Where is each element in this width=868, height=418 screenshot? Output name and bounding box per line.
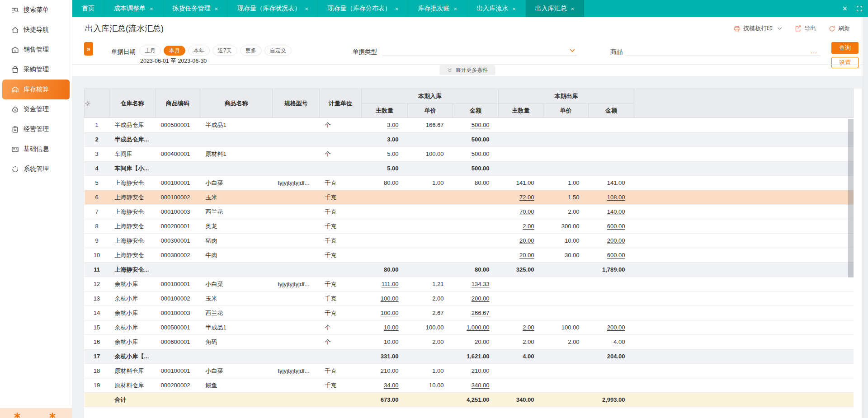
in-amount-cell-link[interactable]: 80.00 xyxy=(475,179,490,186)
more-options-icon[interactable]: ... xyxy=(811,47,817,55)
in-qty-cell-link[interactable]: 34.00 xyxy=(384,382,399,389)
table-row-16[interactable]: 16余杭小库000600001角码个10.002.0020.002.002.00… xyxy=(85,335,854,349)
table-row-4[interactable]: 4车间库【小...5.00500.00 xyxy=(85,161,854,176)
sidebar-item-6[interactable]: ¥资金管理 xyxy=(2,99,70,119)
in-amount-cell-link[interactable]: 20.00 xyxy=(475,338,490,345)
query-button[interactable]: 查询 xyxy=(831,42,859,54)
in-amount-cell-link[interactable]: 500.00 xyxy=(472,122,490,128)
out-amount-cell-link[interactable]: 600.00 xyxy=(607,223,625,230)
out-qty-cell-link[interactable]: 20.00 xyxy=(519,252,534,258)
out-qty-cell-link[interactable]: 2.00 xyxy=(523,324,534,331)
tab-库存批次账[interactable]: 库存批次账× xyxy=(408,0,467,17)
in-qty-cell-link[interactable]: 3.00 xyxy=(387,122,398,128)
tab-close-icon[interactable]: × xyxy=(150,5,153,12)
table-row-2[interactable]: 2半成品仓库...3.00500.00 xyxy=(85,132,854,147)
in-amount-cell-link[interactable]: 500.00 xyxy=(472,150,490,157)
table-row-5[interactable]: 5上海静安仓000100001小白菜tyjyjtyjtyjdf...千克80.0… xyxy=(85,176,854,190)
tab-close-icon[interactable]: × xyxy=(305,5,308,12)
in-amount-cell-link[interactable]: 266.67 xyxy=(472,310,490,316)
out-amount-cell-link[interactable]: 200.00 xyxy=(607,324,625,331)
in-qty-cell-link[interactable]: 111.00 xyxy=(382,281,399,287)
date-pill-上月[interactable]: 上月 xyxy=(139,46,161,56)
in-qty-cell-link[interactable]: 5.00 xyxy=(387,150,398,157)
in-amount-cell-link[interactable]: 340.00 xyxy=(472,382,490,389)
tab-现存量（库存状况表）[interactable]: 现存量（库存状况表）× xyxy=(228,0,318,17)
export-button[interactable]: 导出 xyxy=(795,24,816,33)
table-row-19[interactable]: 19原材料仓库000200002鳗鱼千克34.0010.00340.00 xyxy=(85,378,854,393)
refresh-button[interactable]: 刷新 xyxy=(829,24,850,33)
in-qty-cell-link[interactable]: 10.00 xyxy=(384,338,399,345)
out-qty-cell-link[interactable]: 2.00 xyxy=(523,338,534,345)
in-amount-cell-link[interactable]: 1,000.00 xyxy=(467,324,490,331)
date-pill-本年[interactable]: 本年 xyxy=(188,46,210,56)
out-qty-cell-link[interactable]: 70.00 xyxy=(519,208,534,215)
table-row-9[interactable]: 9上海静安仓000300001猪肉千克20.0010.00200.00 xyxy=(85,234,854,248)
tab-close-icon[interactable]: × xyxy=(215,5,218,12)
doc-type-select[interactable] xyxy=(382,44,577,56)
out-amount-cell-link[interactable]: 200.00 xyxy=(607,237,625,244)
table-row-1[interactable]: 1半成品仓库000500001半成品1个3.00166.67500.00 xyxy=(85,118,854,132)
table-scrollbar-thumb[interactable] xyxy=(848,119,854,277)
in-qty-cell-link[interactable]: 100.00 xyxy=(381,310,399,316)
tab-close-icon[interactable]: × xyxy=(571,5,575,12)
table-row-8[interactable]: 8上海静安仓000200001奥龙千克2.00300.00600.00 xyxy=(85,219,854,234)
tab-出入库汇总[interactable]: 出入库汇总× xyxy=(526,0,585,17)
table-row-10[interactable]: 10上海静安仓000300002牛肉千克20.0030.00600.00 xyxy=(85,248,854,263)
sidebar-item-9[interactable]: 系统管理 xyxy=(2,159,70,179)
out-amount-cell-link[interactable]: 108.00 xyxy=(607,194,625,201)
sidebar-item-4[interactable]: 采购管理 xyxy=(2,60,70,80)
date-pill-自定义[interactable]: 自定义 xyxy=(264,46,292,56)
tab-close-icon[interactable]: × xyxy=(453,5,457,12)
date-pill-近7天[interactable]: 近7天 xyxy=(212,46,237,56)
expand-more-conditions-button[interactable]: 展开更多条件 xyxy=(440,65,495,75)
out-amount-cell-link[interactable]: 4.00 xyxy=(613,338,625,345)
table-row-11[interactable]: 11上海静安仓...80.0080.00325.001,789.00 xyxy=(85,263,854,277)
out-qty-cell-link[interactable]: 2.00 xyxy=(523,223,534,230)
sidebar-item-1[interactable]: 搜索菜单 xyxy=(2,0,70,20)
sidebar-item-2[interactable]: 快捷导航 xyxy=(2,20,70,40)
in-amount-cell-link[interactable]: 200.00 xyxy=(472,295,490,302)
out-qty-cell-link[interactable]: 141.00 xyxy=(516,179,534,186)
out-amount-cell-link[interactable]: 140.00 xyxy=(607,208,625,215)
tab-现存量（库存分布表）[interactable]: 现存量（库存分布表）× xyxy=(318,0,409,17)
table-row-7[interactable]: 7上海静安仓000100003西兰花千克70.002.00140.00 xyxy=(85,205,854,219)
sidebar-item-7[interactable]: 经营管理 xyxy=(2,119,70,139)
tab-成本调整单[interactable]: 成本调整单× xyxy=(104,0,163,17)
chevron-down-icon[interactable] xyxy=(570,49,575,52)
fullscreen-icon[interactable] xyxy=(856,5,863,12)
print-by-template-button[interactable]: 按模板打印 xyxy=(734,24,782,33)
in-qty-cell-link[interactable]: 80.00 xyxy=(384,179,399,186)
out-qty-cell-link[interactable]: 20.00 xyxy=(519,237,534,244)
out-amount-cell-link[interactable]: 600.00 xyxy=(607,252,625,258)
tab-close-icon[interactable]: × xyxy=(512,5,516,12)
tab-拣货任务管理[interactable]: 拣货任务管理× xyxy=(163,0,228,17)
table-row-17[interactable]: 17余杭小库【...331.001,621.004.00204.00 xyxy=(85,349,854,364)
date-pill-更多[interactable]: 更多 xyxy=(240,46,262,56)
tab-出入库流水[interactable]: 出入库流水× xyxy=(467,0,526,17)
sidebar-item-8[interactable]: A基础信息 xyxy=(2,139,70,159)
sidebar-item-3[interactable]: s销售管理 xyxy=(2,40,70,60)
in-qty-cell-link[interactable]: 210.00 xyxy=(381,367,399,374)
tab-close-icon[interactable]: × xyxy=(395,5,399,12)
in-amount-cell-link[interactable]: 134.33 xyxy=(472,281,490,287)
in-amount-cell-link[interactable]: 210.00 xyxy=(472,367,490,374)
table-row-15[interactable]: 15余杭小库000500001半成品1个10.00100.001,000.002… xyxy=(85,320,854,335)
product-input[interactable]: ... xyxy=(627,44,820,56)
table-row-12[interactable]: 12余杭小库000100001小白菜tyjyjtyjtyjdf...千克111.… xyxy=(85,277,854,291)
column-settings-icon[interactable] xyxy=(85,89,109,118)
sidebar-item-5[interactable]: 库存核算 xyxy=(2,80,70,99)
close-icon[interactable]: × xyxy=(842,5,847,13)
out-qty-cell-link[interactable]: 72.00 xyxy=(519,194,534,201)
date-pill-本月[interactable]: 本月 xyxy=(164,46,185,56)
page-scrollbar[interactable] xyxy=(863,17,868,418)
in-qty-cell-link[interactable]: 10.00 xyxy=(384,324,399,331)
table-row-6[interactable]: 6上海静安仓000100002玉米千克72.001.50108.00 xyxy=(85,190,854,205)
in-qty-cell-link[interactable]: 100.00 xyxy=(381,295,399,302)
table-row-14[interactable]: 14余杭小库000100003西兰花千克100.002.67266.67 xyxy=(85,306,854,320)
out-amount-cell-link[interactable]: 141.00 xyxy=(607,179,625,186)
settings-button[interactable]: 设置 xyxy=(831,57,859,68)
collapse-filter-button[interactable]: » xyxy=(84,42,93,56)
table-row-13[interactable]: 13余杭小库000100002玉米千克100.002.00200.00 xyxy=(85,291,854,306)
tab-首页[interactable]: 首页 xyxy=(72,0,104,17)
table-row-18[interactable]: 18原材料仓库000100001小白菜tyjyjtyjtyjdf...千克210… xyxy=(85,364,854,378)
